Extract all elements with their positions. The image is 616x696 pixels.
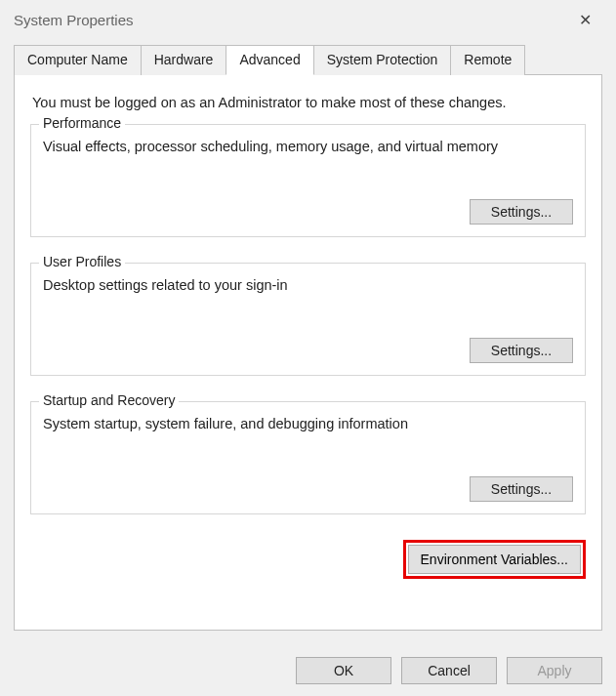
dialog-footer: OK Cancel Apply xyxy=(296,657,602,684)
tab-hardware[interactable]: Hardware xyxy=(141,45,227,75)
group-performance-label: Performance xyxy=(39,115,125,131)
group-startup-recovery: Startup and Recovery System startup, sys… xyxy=(30,401,586,514)
group-user-profiles-desc: Desktop settings related to your sign-in xyxy=(43,277,573,293)
tab-panel-advanced: You must be logged on as an Administrato… xyxy=(14,74,602,631)
close-icon[interactable]: ✕ xyxy=(565,5,604,34)
tab-strip: Computer Name Hardware Advanced System P… xyxy=(14,45,602,75)
startup-recovery-settings-button[interactable]: Settings... xyxy=(470,476,573,502)
cancel-button[interactable]: Cancel xyxy=(401,657,497,684)
group-performance-btnrow: Settings... xyxy=(43,199,573,225)
admin-notice-text: You must be logged on as an Administrato… xyxy=(32,95,586,110)
group-startup-recovery-desc: System startup, system failure, and debu… xyxy=(43,416,573,431)
tab-advanced[interactable]: Advanced xyxy=(226,45,313,75)
group-performance-desc: Visual effects, processor scheduling, me… xyxy=(43,139,573,154)
group-user-profiles-label: User Profiles xyxy=(39,254,125,269)
group-user-profiles-btnrow: Settings... xyxy=(43,338,573,363)
tab-remote[interactable]: Remote xyxy=(450,45,525,75)
group-startup-recovery-label: Startup and Recovery xyxy=(39,392,179,408)
user-profiles-settings-button[interactable]: Settings... xyxy=(470,338,573,363)
tab-computer-name[interactable]: Computer Name xyxy=(14,45,142,75)
performance-settings-button[interactable]: Settings... xyxy=(470,199,573,225)
apply-button[interactable]: Apply xyxy=(507,657,602,684)
system-properties-window: System Properties ✕ Computer Name Hardwa… xyxy=(0,0,616,696)
window-title: System Properties xyxy=(14,12,134,28)
group-user-profiles: User Profiles Desktop settings related t… xyxy=(30,263,586,376)
tab-system-protection[interactable]: System Protection xyxy=(313,45,452,75)
env-variables-highlight: Environment Variables... xyxy=(403,540,586,579)
ok-button[interactable]: OK xyxy=(296,657,391,684)
group-startup-recovery-btnrow: Settings... xyxy=(43,476,573,502)
group-performance: Performance Visual effects, processor sc… xyxy=(30,124,586,237)
titlebar: System Properties ✕ xyxy=(0,0,616,39)
env-variables-row: Environment Variables... xyxy=(30,540,586,579)
environment-variables-button[interactable]: Environment Variables... xyxy=(408,545,581,574)
